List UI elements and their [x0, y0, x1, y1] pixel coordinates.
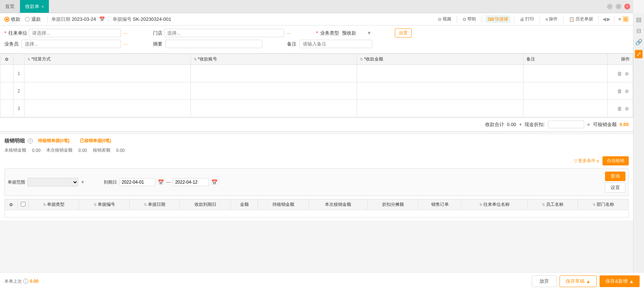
date-from-input[interactable]: [119, 178, 156, 186]
query-btn[interactable]: 查询: [605, 172, 625, 181]
filter-setting-btn[interactable]: 设置: [605, 183, 625, 193]
bth-gear[interactable]: ⚙: [5, 199, 18, 210]
copy-icon-1[interactable]: ⊕: [625, 71, 629, 77]
toolbar: 收款 退款 单据日期 2023-03-24 📅 单据编号 SK-20230324…: [0, 13, 633, 26]
setting-btn[interactable]: 设置: [395, 28, 412, 38]
store-input[interactable]: [164, 29, 284, 37]
divider-2: [109, 16, 109, 23]
receipt-type-radio: 收款 退款: [4, 16, 41, 23]
tab-pending[interactable]: 待核销单据(0笔): [36, 137, 72, 144]
sidebar-image-icon[interactable]: ⊟: [636, 27, 641, 34]
th-amount[interactable]: ⇅ *收款金额: [357, 54, 523, 65]
note-input[interactable]: [299, 40, 372, 48]
business-type-field: * 业务类型 预收款 ▼ 设置: [316, 28, 412, 38]
prev-arrow[interactable]: ◀: [602, 16, 606, 22]
discount-input[interactable]: [548, 121, 584, 128]
list-view-icon[interactable]: ≡: [618, 16, 621, 22]
range-select[interactable]: [27, 178, 78, 187]
range-label: 单据范围: [8, 179, 25, 185]
grid-view-icon[interactable]: ⊞: [623, 16, 629, 22]
counterpart-more-btn[interactable]: ···: [122, 30, 128, 36]
bth-dept[interactable]: ⇅ 部门名称: [578, 199, 629, 210]
table-area: ⚙ ⇅ *结算方式 ⇅ *收款账号 ⇅ *收款金额 备注: [0, 54, 633, 118]
business-type-value: 预收款: [342, 30, 364, 36]
td-account-3[interactable]: [191, 100, 357, 117]
td-amount-2[interactable]: [357, 82, 523, 100]
calendar-to-icon[interactable]: 📅: [211, 179, 217, 185]
win-maximize-btn[interactable]: □: [616, 4, 621, 9]
th-settlement[interactable]: ⇅ *结算方式: [24, 54, 191, 65]
bth-checkbox[interactable]: [18, 199, 29, 210]
auto-writeoff-btn[interactable]: 自动核销: [602, 156, 629, 165]
td-op-2: 🗑 ⊕: [608, 82, 633, 100]
td-remark-3[interactable]: [523, 100, 607, 117]
form-row-2: 业务员 ··· 摘要 备注: [4, 40, 629, 48]
history-btn[interactable]: 📋 历史单据: [567, 15, 595, 23]
delete-icon-2[interactable]: 🗑: [617, 88, 622, 94]
copy-icon-2[interactable]: ⊕: [625, 88, 629, 94]
print-btn[interactable]: 🖨 打印: [518, 15, 536, 23]
bth-counterpart-name[interactable]: ⇅ 往来单位名称: [462, 199, 528, 210]
business-type-arrow[interactable]: ▼: [367, 30, 372, 36]
td-num-3: 3: [13, 100, 24, 117]
delete-icon-3[interactable]: 🗑: [617, 106, 622, 111]
select-all-checkbox[interactable]: [21, 202, 25, 207]
win-minimize-btn[interactable]: －: [607, 4, 613, 9]
td-remark-1[interactable]: [523, 65, 607, 82]
radio-refund-dot: [25, 17, 30, 22]
tab-done[interactable]: 已核销单据(0笔): [78, 137, 114, 144]
bottom-table: ⚙ ⇅ 单据类型 ⇅ 单据编号 ⇅ 单据日期 收款到期日: [4, 199, 629, 218]
filter-row: 单据范围 ▼ 到期日 📅 — 📅 查询 设置: [4, 168, 629, 196]
sidebar-link-icon[interactable]: 🔗: [635, 39, 643, 46]
th-account[interactable]: ⇅ *收款账号: [191, 54, 357, 65]
tab-home[interactable]: 首页: [0, 0, 20, 13]
win-close-btn[interactable]: ×: [624, 4, 630, 9]
delete-icon-1[interactable]: 🗑: [617, 71, 622, 77]
summary-row: 收款合计 0.00 + 现金折扣: = 可核销金额 0.00: [0, 118, 633, 132]
bth-doc-num[interactable]: ⇅ 单据编号: [79, 199, 129, 210]
bth-doc-type[interactable]: ⇅ 单据类型: [29, 199, 79, 210]
tab-receipt[interactable]: 收款单 ×: [20, 0, 49, 13]
counterpart-input[interactable]: [29, 29, 121, 37]
bth-employee[interactable]: ⇅ 员工名称: [527, 199, 578, 210]
video-btn[interactable]: ⊙ 视频: [436, 15, 453, 23]
info-icon[interactable]: i: [28, 138, 33, 144]
th-settings[interactable]: ⚙: [0, 54, 13, 65]
tab-home-label: 首页: [5, 3, 15, 10]
sort-icon-account: ⇅: [194, 57, 197, 61]
range-field: 单据范围 ▼: [8, 178, 85, 187]
radio-refund[interactable]: 退款: [25, 16, 41, 23]
td-account-2[interactable]: [191, 82, 357, 100]
calendar-icon[interactable]: 📅: [99, 16, 105, 22]
radio-receipt[interactable]: 收款: [4, 16, 20, 23]
td-account-1[interactable]: [191, 65, 357, 82]
divider-9: [614, 16, 614, 23]
td-amount-1[interactable]: [357, 65, 523, 82]
more-conditions-btn[interactable]: ▽ 更多条件 ∧: [574, 158, 600, 164]
tab-bar: 首页 收款单 × － □ ×: [0, 0, 633, 13]
td-settlement-1[interactable]: [24, 65, 191, 82]
sidebar-table-icon[interactable]: ▤: [636, 16, 641, 23]
td-amount-3[interactable]: [357, 100, 523, 117]
right-sidebar: ▤ ⊟ 🔗 ⤢: [633, 13, 644, 239]
salesperson-input[interactable]: [21, 40, 121, 48]
sidebar-expand-icon[interactable]: ⤢: [635, 50, 643, 58]
shortcut-btn[interactable]: ⌨ 快捷键: [486, 15, 510, 23]
bth-amount: 金额: [231, 199, 258, 210]
summary-input[interactable]: [165, 40, 262, 48]
td-settlement-3[interactable]: [24, 100, 191, 117]
next-arrow[interactable]: ▶: [607, 16, 610, 22]
td-settlement-2[interactable]: [24, 82, 191, 100]
operation-btn[interactable]: ≡ 操作: [543, 15, 559, 23]
tab-receipt-close[interactable]: ×: [42, 4, 44, 9]
copy-icon-3[interactable]: ⊕: [625, 106, 629, 111]
radio-receipt-label: 收款: [11, 16, 20, 23]
salesperson-more-btn[interactable]: ···: [122, 41, 128, 47]
store-more-btn[interactable]: ···: [286, 30, 291, 36]
help-btn[interactable]: ⊙ 帮助: [461, 15, 478, 23]
calendar-from-icon[interactable]: 📅: [158, 179, 164, 185]
date-to-input[interactable]: [173, 178, 209, 186]
section-header: 核销明细 i 待核销单据(0笔) 已核销单据(0笔): [4, 137, 629, 144]
bth-doc-date[interactable]: ⇅ 单据日期: [129, 199, 180, 210]
td-remark-2[interactable]: [523, 82, 607, 100]
